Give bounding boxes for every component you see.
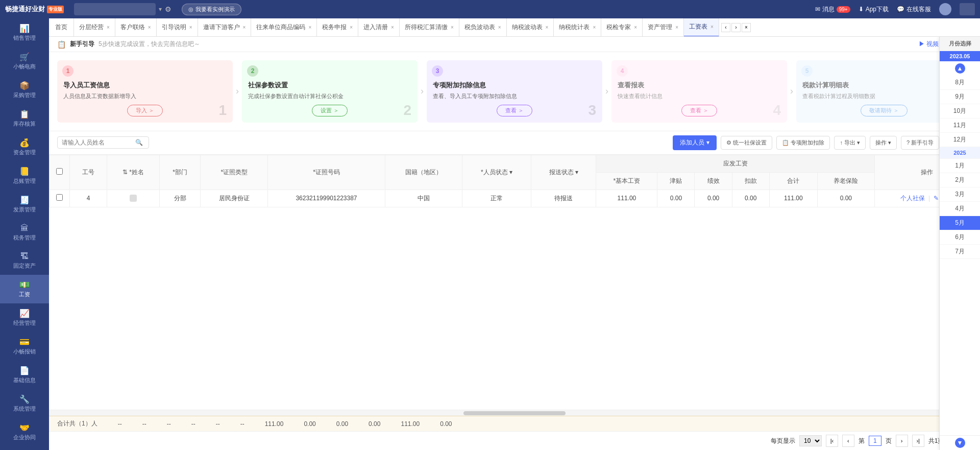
main-content: 📋 新手引导 5步快速完成设置，快去完善信息吧～ ▶ 视频 ? 帮助 ×	[49, 37, 980, 450]
demo-button[interactable]: ◎ 我要看实例演示	[182, 4, 241, 15]
step-1-btn[interactable]: 导入 ＞	[127, 105, 163, 116]
settings-icon[interactable]: ⚙	[165, 5, 172, 13]
page-next-btn[interactable]: ›	[896, 435, 908, 447]
tab-close-income-tax[interactable]: ×	[451, 25, 454, 30]
toolbar-right: 添加人员 ▾ ⚙ 统一社保设置 📋 专项附加扣除 ↑	[673, 135, 972, 150]
row-checkbox[interactable]	[56, 194, 63, 201]
tab-home[interactable]: 首页	[49, 18, 74, 37]
filter-icon-send[interactable]: ▾	[575, 169, 578, 176]
special-deduction-button[interactable]: 📋 专项附加扣除	[776, 136, 830, 150]
company-selector[interactable]	[74, 3, 156, 15]
tab-clearance[interactable]: 进入清册 ×	[358, 18, 400, 37]
month-item-11[interactable]: 11月	[940, 119, 980, 133]
horizontal-scrollbar[interactable]	[49, 410, 980, 416]
sidebar-item-tax[interactable]: 🏛 税务管理	[0, 219, 49, 247]
tab-guide[interactable]: 引导说明 ×	[157, 18, 198, 37]
tab-close-product-code[interactable]: ×	[308, 25, 311, 30]
page-last-btn[interactable]: ›|	[912, 435, 924, 447]
tab-customer[interactable]: 客户联络 ×	[115, 18, 157, 37]
page-prev-btn[interactable]: ‹	[842, 435, 854, 447]
tab-tax-return[interactable]: 税务申报 ×	[317, 18, 358, 37]
tab-tax-expert[interactable]: 税检专家 ×	[601, 18, 643, 37]
add-person-button[interactable]: 添加人员 ▾	[673, 135, 717, 150]
sidebar-item-basic-info[interactable]: 📄 基础信息	[0, 361, 49, 389]
sidebar-item-inventory[interactable]: 📋 库存核算	[0, 104, 49, 133]
tab-product-code[interactable]: 往来单位商品编码 ×	[251, 18, 317, 37]
tab-nav-prev[interactable]: ‹	[721, 23, 730, 32]
month-item-1[interactable]: 1月	[940, 159, 980, 173]
sidebar-item-assets[interactable]: 🏗 固定资产	[0, 247, 49, 275]
tab-tax-stats[interactable]: 纳税统计表 ×	[554, 18, 601, 37]
tab-close-salary[interactable]: ×	[710, 24, 714, 30]
tab-layered[interactable]: 分层经营 ×	[74, 18, 115, 37]
month-item-9[interactable]: 9月	[940, 90, 980, 104]
newbie-guide-button[interactable]: ? 新手引导	[901, 136, 939, 150]
sidebar-item-cooperation[interactable]: 🤝 企业协同	[0, 418, 49, 446]
op-edit-icon[interactable]: ✎	[934, 195, 939, 202]
tab-tax-wave[interactable]: 纳税波动表 ×	[507, 18, 554, 37]
tab-nav-next[interactable]: ›	[731, 23, 741, 32]
month-item-6[interactable]: 6月	[940, 230, 980, 245]
tab-close-tax-expert[interactable]: ×	[634, 25, 637, 30]
month-item-2[interactable]: 2月	[940, 173, 980, 187]
video-btn[interactable]: ▶ 视频	[919, 40, 939, 49]
tab-salary[interactable]: 工资表 ×	[684, 18, 719, 37]
month-item-12[interactable]: 12月	[940, 133, 980, 147]
month-item-5[interactable]: 5月	[940, 216, 980, 230]
sidebar-item-system[interactable]: 🔧 系统管理	[0, 389, 49, 418]
sidebar-item-sales[interactable]: 📊 销售管理	[0, 18, 49, 47]
tab-invite[interactable]: 邀请下游客户 ×	[198, 18, 252, 37]
step-2-btn[interactable]: 设置 ＞	[312, 105, 348, 116]
user-menu[interactable]	[960, 3, 975, 15]
tab-income-tax[interactable]: 所得税汇算清缴 ×	[400, 18, 459, 37]
tab-assets[interactable]: 资产管理 ×	[643, 18, 684, 37]
tab-close-clearance[interactable]: ×	[391, 25, 394, 30]
tab-close-guide[interactable]: ×	[189, 25, 192, 30]
sidebar-item-finance[interactable]: 💰 资金管理	[0, 133, 49, 161]
scrollbar-thumb[interactable]	[463, 411, 566, 415]
step-5-btn[interactable]: 敬请期待 ＞	[861, 105, 908, 116]
sidebar-item-salary[interactable]: 💵 工资	[0, 275, 49, 303]
tab-tax-burden[interactable]: 税负波动表 ×	[459, 18, 507, 37]
top-bar: 畅捷通好业财 专业版 ▾ ⚙ ◎ 我要看实例演示 ✉ 消息 99+ ⬇ App下…	[0, 0, 980, 18]
per-page-select[interactable]: 10 20 50	[799, 435, 822, 446]
month-nav-down[interactable]: ▼	[955, 438, 965, 448]
sidebar-item-ledger[interactable]: 📒 总账管理	[0, 161, 49, 190]
app-download-btn[interactable]: ⬇ App下载	[859, 5, 889, 14]
tab-close-invite[interactable]: ×	[243, 25, 246, 30]
sidebar-item-purchase[interactable]: 📦 采购管理	[0, 76, 49, 104]
tab-close-tax-return[interactable]: ×	[350, 25, 353, 30]
tab-nav-close-all[interactable]: ×	[742, 23, 751, 32]
filter-icon-status[interactable]: ▾	[509, 169, 512, 176]
tab-close-tax-burden[interactable]: ×	[498, 25, 501, 30]
step-3-btn[interactable]: 查看 ＞	[497, 105, 532, 116]
month-item-3[interactable]: 3月	[940, 187, 980, 202]
user-avatar[interactable]	[939, 3, 951, 15]
month-nav-up[interactable]: ▲	[955, 63, 965, 74]
page-first-btn[interactable]: |‹	[826, 435, 838, 447]
month-item-8[interactable]: 8月	[940, 76, 980, 90]
unified-settings-button[interactable]: ⚙ 统一社保设置	[721, 136, 772, 150]
search-input[interactable]	[62, 139, 133, 146]
search-icon[interactable]: 🔍	[135, 139, 143, 146]
sidebar-item-newbie[interactable]: 🎯 新手引导	[0, 446, 49, 450]
step-4-btn[interactable]: 查看 ＞	[681, 105, 717, 116]
sidebar-item-expense[interactable]: 💳 小畅报销	[0, 332, 49, 361]
select-all-checkbox[interactable]	[56, 168, 63, 175]
month-item-7[interactable]: 7月	[940, 245, 980, 259]
tab-close-tax-wave[interactable]: ×	[546, 25, 549, 30]
month-item-4[interactable]: 4月	[940, 202, 980, 216]
sidebar-item-ecommerce[interactable]: 🛒 小畅电商	[0, 47, 49, 76]
export-button[interactable]: ↑ 导出 ▾	[834, 136, 866, 150]
online-service-btn[interactable]: 💬 在线客服	[897, 5, 931, 14]
sidebar-item-management[interactable]: 📈 经营管理	[0, 303, 49, 332]
tab-close-customer[interactable]: ×	[148, 25, 151, 30]
sidebar-item-invoice[interactable]: 🧾 发票管理	[0, 190, 49, 219]
op-personal-insurance[interactable]: 个人社保	[900, 195, 925, 202]
message-btn[interactable]: ✉ 消息 99+	[815, 5, 850, 14]
operations-button[interactable]: 操作 ▾	[870, 136, 897, 150]
tab-close-layered[interactable]: ×	[107, 25, 110, 30]
month-item-10[interactable]: 10月	[940, 104, 980, 119]
tab-close-tax-stats[interactable]: ×	[593, 25, 596, 30]
tab-close-assets[interactable]: ×	[675, 25, 678, 30]
